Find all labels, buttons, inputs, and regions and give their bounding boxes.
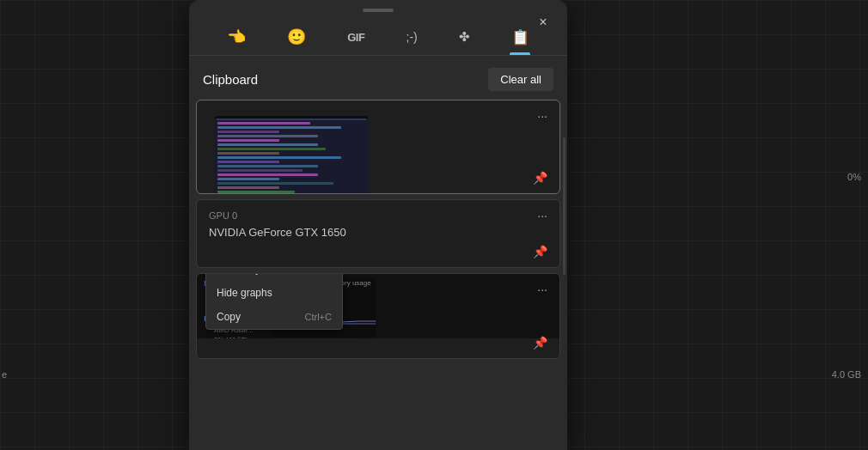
clipboard-item-screenshot2: ··· ▮ GPU 0 NVIDIA GeForce GTX... 0% (42…: [196, 273, 560, 359]
context-menu-item-hide[interactable]: Hide graphs: [206, 281, 342, 305]
copy-shortcut: Ctrl+C: [305, 312, 332, 322]
bg-label-0pct: 0%: [847, 172, 861, 182]
tab-kaomoji[interactable]: 👈: [217, 21, 256, 55]
clipboard-item-gpu: ··· GPU 0 NVIDIA GeForce GTX 1650 📌: [196, 199, 560, 268]
panel-handle: [189, 0, 567, 17]
item-menu-button[interactable]: ···: [534, 107, 551, 125]
clipboard-item-screenshot: ···: [196, 100, 560, 194]
drag-handle: [363, 9, 394, 12]
tab-emoji[interactable]: 🙂: [277, 21, 316, 55]
bg-label-e: e: [2, 369, 7, 380]
item-pin-button-2[interactable]: 📌: [529, 243, 551, 260]
item-pin-button[interactable]: 📌: [529, 169, 551, 186]
context-menu-item-copy[interactable]: Copy Ctrl+C: [206, 305, 342, 329]
emoji-clipboard-panel: × 👈 🙂 GIF ;-) ✤ 📋 Clipboard Clear all: [189, 0, 567, 450]
third-item-preview: ▮ GPU 0 NVIDIA GeForce GTX... 0% (42 °C)…: [197, 274, 559, 338]
tab-bar: 👈 🙂 GIF ;-) ✤ 📋: [189, 17, 567, 56]
context-menu: Summary view Hide graphs Copy Ctrl+C: [205, 274, 343, 330]
item-controls-3: ···: [534, 281, 551, 298]
gpu-label: GPU 0: [209, 210, 525, 221]
item-controls: ···: [534, 107, 551, 125]
special-icon: ✤: [459, 29, 470, 45]
kaomoji2-icon: ;-): [406, 30, 418, 44]
tab-gif[interactable]: GIF: [337, 24, 375, 52]
clear-all-button[interactable]: Clear all: [488, 68, 553, 91]
gpu-content: NVIDIA GeForce GTX 1650: [209, 226, 525, 239]
context-menu-item-summary[interactable]: Summary view: [206, 274, 342, 281]
kaomoji-icon: 👈: [227, 27, 246, 46]
clipboard-icon: 📋: [511, 28, 529, 46]
item-menu-button-3[interactable]: ···: [534, 281, 551, 298]
item-menu-button-2[interactable]: ···: [534, 207, 551, 224]
item-controls-2: ···: [534, 207, 551, 224]
tab-kaomoji2[interactable]: ;-): [396, 23, 428, 52]
clipboard-title: Clipboard: [203, 72, 258, 87]
tab-special[interactable]: ✤: [449, 22, 480, 53]
screenshot-preview: [214, 116, 369, 193]
tab-clipboard[interactable]: 📋: [501, 21, 540, 55]
panel-scrollbar: [563, 137, 565, 275]
panel-content: Clipboard Clear all ···: [189, 56, 567, 450]
emoji-icon: 🙂: [287, 27, 306, 46]
gif-icon: GIF: [347, 31, 364, 44]
item-pin-button-3[interactable]: 📌: [529, 334, 551, 351]
clipboard-section-header: Clipboard Clear all: [189, 56, 567, 100]
bg-label-4gb: 4.0 GB: [832, 369, 861, 380]
